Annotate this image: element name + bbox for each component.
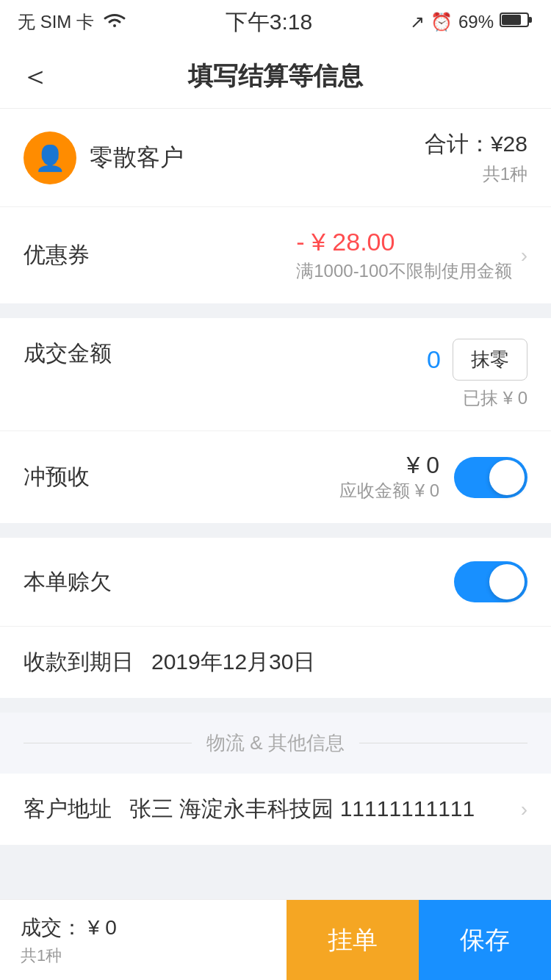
coupon-row[interactable]: 优惠券 - ¥ 28.00 满1000-100不限制使用金额 › (0, 206, 551, 303)
toggle-knob (489, 460, 525, 495)
address-arrow-icon: › (521, 798, 527, 821)
save-button[interactable]: 保存 (419, 900, 551, 980)
address-label: 客户地址 (24, 794, 112, 824)
back-button[interactable]: ＜ (21, 56, 50, 96)
alarm-icon: ⏰ (431, 12, 453, 32)
prepay-toggle[interactable] (454, 457, 527, 498)
logistics-header: 物流 & 其他信息 (0, 713, 551, 774)
overdue-row: 本单赊欠 (0, 538, 551, 626)
round-button[interactable]: 抹零 (453, 339, 527, 381)
transaction-section: 成交金额 0 抹零 已抹 ¥ 0 冲预收 ¥ 0 应收金额 ¥ 0 (0, 318, 551, 523)
coupon-discount: - ¥ 28.00 (296, 228, 511, 256)
prepay-sub: 应收金额 ¥ 0 (339, 479, 439, 502)
customer-left: 👤 零散客户 (24, 131, 184, 184)
customer-name: 零散客户 (90, 142, 184, 174)
customer-right: 合计：¥28 共1种 (425, 129, 527, 186)
status-bar: 无 SIM 卡 下午3:18 ↗ ⏰ 69% (0, 0, 551, 44)
logistics-line-left (24, 743, 192, 743)
nav-bar: ＜ 填写结算等信息 (0, 44, 551, 109)
coupon-description: 满1000-100不限制使用金额 (296, 259, 511, 283)
address-value: 张三 海淀永丰科技园 11111111111 (129, 794, 512, 824)
customer-section: 👤 零散客户 合计：¥28 共1种 优惠券 - ¥ 28.00 满1000-10… (0, 109, 551, 303)
prepay-amount: ¥ 0 (339, 452, 439, 479)
customer-row: 👤 零散客户 合计：¥28 共1种 (0, 109, 551, 206)
transaction-sub: 已抹 ¥ 0 (463, 386, 527, 410)
bottom-deal-count: 共1种 (21, 945, 266, 967)
bottom-bar: 成交： ¥ 0 共1种 挂单 保存 (0, 899, 551, 980)
battery-percent: 69% (458, 12, 494, 32)
wifi-icon (101, 10, 128, 35)
svg-rect-2 (502, 15, 521, 25)
overdue-section: 本单赊欠 收款到期日 2019年12月30日 (0, 538, 551, 698)
coupon-arrow-icon: › (521, 244, 527, 267)
avatar-icon: 👤 (35, 143, 65, 173)
overdue-label: 本单赊欠 (24, 567, 112, 597)
coupon-label: 优惠券 (24, 240, 90, 270)
customer-avatar: 👤 (24, 131, 76, 184)
svg-rect-1 (528, 17, 532, 23)
customer-count: 共1种 (425, 162, 527, 186)
status-left: 无 SIM 卡 (18, 10, 128, 35)
due-date-value: 2019年12月30日 (151, 647, 315, 677)
status-right: ↗ ⏰ 69% (410, 11, 533, 33)
overdue-toggle-knob (489, 564, 525, 599)
location-icon: ↗ (410, 12, 425, 32)
transaction-label: 成交金额 (24, 339, 112, 369)
due-date-label: 收款到期日 (24, 647, 134, 677)
battery-icon (500, 11, 533, 33)
address-row[interactable]: 客户地址 张三 海淀永丰科技园 11111111111 › (0, 774, 551, 845)
prepay-row: 冲预收 ¥ 0 应收金额 ¥ 0 (0, 430, 551, 523)
page-title: 填写结算等信息 (188, 60, 363, 93)
logistics-line-right (359, 743, 527, 743)
bottom-info: 成交： ¥ 0 共1种 (0, 900, 287, 980)
bottom-deal-amount: 成交： ¥ 0 (21, 914, 266, 942)
transaction-row: 成交金额 0 抹零 已抹 ¥ 0 (0, 318, 551, 430)
hold-button[interactable]: 挂单 (287, 900, 419, 980)
customer-total: 合计：¥28 (425, 129, 527, 159)
prepay-label: 冲预收 (24, 462, 90, 492)
status-time: 下午3:18 (226, 7, 312, 37)
due-date-row: 收款到期日 2019年12月30日 (0, 626, 551, 698)
overdue-toggle[interactable] (454, 561, 527, 602)
transaction-value[interactable]: 0 (411, 345, 441, 374)
sim-status: 无 SIM 卡 (18, 10, 94, 34)
logistics-section: 物流 & 其他信息 客户地址 张三 海淀永丰科技园 11111111111 › (0, 713, 551, 845)
logistics-title: 物流 & 其他信息 (206, 730, 345, 756)
